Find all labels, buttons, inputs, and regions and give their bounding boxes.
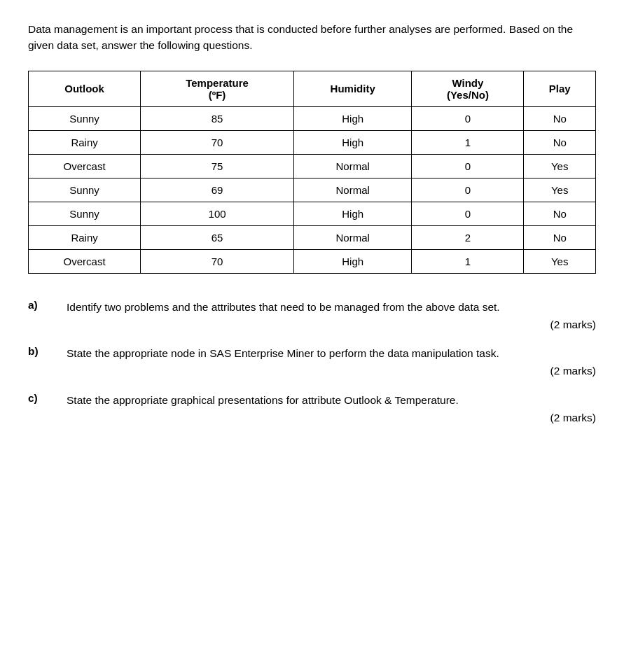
table-cell-5-2: Normal <box>294 225 412 249</box>
table-row: Sunny69Normal0Yes <box>29 178 596 202</box>
question-content-1: State the appropriate node in SAS Enterp… <box>67 345 596 379</box>
table-cell-1-4: No <box>524 130 596 154</box>
table-cell-1-1: 70 <box>141 130 294 154</box>
table-cell-4-1: 100 <box>141 202 294 225</box>
table-cell-2-4: Yes <box>524 154 596 178</box>
table-cell-1-3: 1 <box>412 130 524 154</box>
table-cell-2-2: Normal <box>294 154 412 178</box>
table-cell-4-2: High <box>294 202 412 225</box>
table-cell-6-3: 1 <box>412 249 524 273</box>
table-cell-5-0: Rainy <box>29 225 141 249</box>
data-table: Outlook Temperature(ºF) Humidity Windy(Y… <box>28 71 596 274</box>
table-cell-3-0: Sunny <box>29 178 141 202</box>
question-item-2: c)State the appropriate graphical presen… <box>28 392 596 426</box>
table-cell-1-2: High <box>294 130 412 154</box>
table-cell-0-4: No <box>524 106 596 130</box>
table-cell-6-0: Overcast <box>29 249 141 273</box>
col-header-play: Play <box>524 71 596 106</box>
table-row: Rainy65Normal2No <box>29 225 596 249</box>
table-cell-3-3: 0 <box>412 178 524 202</box>
table-cell-2-0: Overcast <box>29 154 141 178</box>
table-cell-4-3: 0 <box>412 202 524 225</box>
question-content-2: State the appropriate graphical presenta… <box>67 392 596 426</box>
question-marks-2: (2 marks) <box>67 410 596 426</box>
question-label-0: a) <box>28 299 67 312</box>
question-marks-1: (2 marks) <box>67 363 596 379</box>
table-cell-5-4: No <box>524 225 596 249</box>
table-row: Sunny85High0No <box>29 106 596 130</box>
table-cell-0-2: High <box>294 106 412 130</box>
question-label-1: b) <box>28 345 67 358</box>
table-cell-3-2: Normal <box>294 178 412 202</box>
question-content-0: Identify two problems and the attributes… <box>67 299 596 333</box>
intro-paragraph: Data management is an important process … <box>28 21 596 54</box>
table-cell-1-0: Rainy <box>29 130 141 154</box>
table-cell-2-1: 75 <box>141 154 294 178</box>
table-cell-0-3: 0 <box>412 106 524 130</box>
questions-section: a)Identify two problems and the attribut… <box>28 299 596 426</box>
table-row: Sunny100High0No <box>29 202 596 225</box>
col-header-outlook: Outlook <box>29 71 141 106</box>
col-header-temperature: Temperature(ºF) <box>141 71 294 106</box>
table-cell-0-0: Sunny <box>29 106 141 130</box>
table-cell-5-1: 65 <box>141 225 294 249</box>
table-row: Overcast75Normal0Yes <box>29 154 596 178</box>
col-header-windy: Windy(Yes/No) <box>412 71 524 106</box>
table-cell-3-1: 69 <box>141 178 294 202</box>
question-label-2: c) <box>28 392 67 405</box>
table-cell-6-2: High <box>294 249 412 273</box>
table-cell-3-4: Yes <box>524 178 596 202</box>
table-cell-4-4: No <box>524 202 596 225</box>
table-cell-2-3: 0 <box>412 154 524 178</box>
question-item-1: b)State the appropriate node in SAS Ente… <box>28 345 596 379</box>
table-row: Rainy70High1No <box>29 130 596 154</box>
table-cell-5-3: 2 <box>412 225 524 249</box>
question-marks-0: (2 marks) <box>67 316 596 332</box>
question-item-0: a)Identify two problems and the attribut… <box>28 299 596 333</box>
table-cell-6-1: 70 <box>141 249 294 273</box>
table-row: Overcast70High1Yes <box>29 249 596 273</box>
table-cell-4-0: Sunny <box>29 202 141 225</box>
table-cell-6-4: Yes <box>524 249 596 273</box>
table-cell-0-1: 85 <box>141 106 294 130</box>
col-header-humidity: Humidity <box>294 71 412 106</box>
